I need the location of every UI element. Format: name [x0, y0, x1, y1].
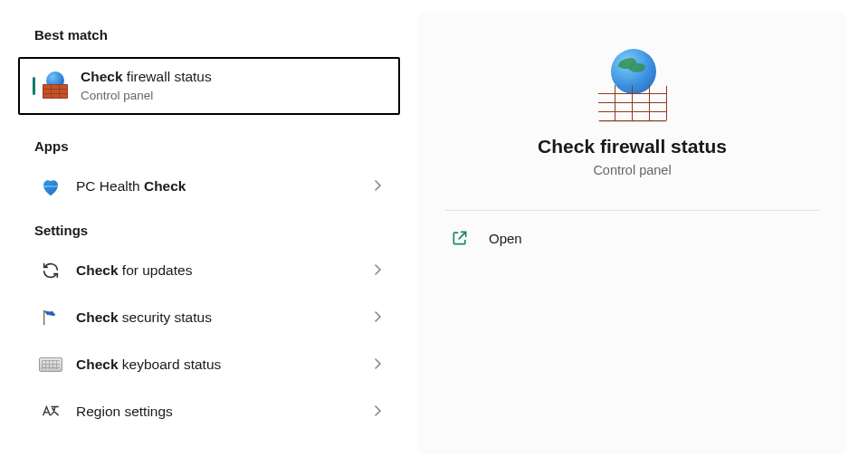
firewall-icon-large — [596, 49, 669, 121]
chevron-right-icon — [375, 263, 382, 278]
setting-label: Region settings — [76, 404, 375, 420]
chevron-right-icon — [375, 357, 382, 372]
heart-health-icon — [38, 174, 63, 199]
sync-icon — [38, 258, 63, 283]
flag-icon — [38, 305, 63, 330]
setting-label: Check for updates — [76, 262, 375, 279]
setting-label: Check keyboard status — [76, 357, 375, 373]
preview-subtitle: Control panel — [593, 163, 671, 177]
setting-check-security-status[interactable]: Check security status — [18, 294, 400, 341]
settings-header: Settings — [18, 210, 400, 247]
result-text: Check firewall status Control panel — [81, 68, 212, 104]
app-label: PC Health Check — [76, 178, 375, 195]
chevron-right-icon — [375, 179, 382, 194]
open-label: Open — [489, 231, 522, 246]
chevron-right-icon — [375, 310, 382, 325]
open-action[interactable]: Open — [445, 211, 819, 265]
app-result-pc-health-check[interactable]: PC Health Check — [18, 163, 400, 210]
best-match-header: Best match — [18, 27, 400, 57]
setting-label: Check security status — [76, 309, 375, 326]
results-panel: Best match Check firewall status Control… — [0, 0, 418, 466]
apps-header: Apps — [18, 126, 400, 163]
open-external-icon — [451, 229, 469, 247]
selection-accent — [33, 77, 35, 95]
preview-panel: Check firewall status Control panel Open — [418, 13, 846, 453]
best-match-result[interactable]: Check firewall status Control panel — [18, 57, 400, 115]
result-title: Check firewall status — [81, 68, 212, 87]
preview-title: Check firewall status — [538, 136, 727, 157]
setting-region-settings[interactable]: Region settings — [18, 388, 400, 435]
keyboard-icon — [38, 352, 63, 377]
language-region-icon — [38, 399, 63, 424]
chevron-right-icon — [375, 404, 382, 419]
setting-check-keyboard-status[interactable]: Check keyboard status — [18, 341, 400, 388]
firewall-icon — [43, 73, 68, 99]
result-subtitle: Control panel — [81, 88, 212, 104]
setting-check-for-updates[interactable]: Check for updates — [18, 247, 400, 294]
